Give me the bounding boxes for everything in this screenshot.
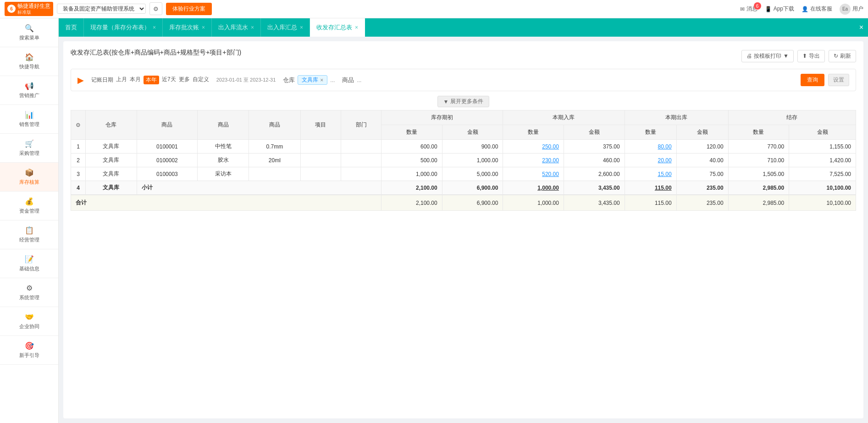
sidebar-item-operations[interactable]: 📋 经营管理 bbox=[0, 220, 58, 249]
sidebar-item-newbie[interactable]: 🎯 新手引导 bbox=[0, 336, 58, 365]
refresh-btn[interactable]: ↻ 刷新 bbox=[829, 50, 856, 62]
sidebar: 🔍 搜索菜单 🏠 快捷导航 📢 营销推广 📊 销售管理 🛒 采购管理 📦 库存核… bbox=[0, 18, 59, 423]
subtotal-warehouse: 文具库 bbox=[86, 181, 137, 195]
sidebar-item-quick-nav[interactable]: 🏠 快捷导航 bbox=[0, 47, 58, 76]
total-out-amt: 235.00 bbox=[676, 195, 728, 211]
export-btn[interactable]: ⬆ 导出 bbox=[797, 50, 825, 62]
subtotal-closing-qty: 2,985.00 bbox=[728, 181, 789, 195]
tab-batch-close[interactable]: × bbox=[202, 24, 205, 31]
tab-in-out-summary[interactable]: 出入库汇总 × bbox=[261, 18, 310, 37]
sidebar-label-corp: 企业协同 bbox=[19, 323, 39, 330]
tab-in-out-summary-close[interactable]: × bbox=[300, 24, 303, 31]
online-service-btn[interactable]: 👤 在线客服 bbox=[802, 5, 832, 13]
service-icon: 👤 bbox=[802, 6, 808, 12]
date-7days[interactable]: 近7天 bbox=[162, 76, 176, 84]
date-last-month[interactable]: 上月 bbox=[116, 76, 127, 84]
date-more[interactable]: 更多 bbox=[179, 76, 190, 84]
filter-collapse-btn[interactable]: ▶ bbox=[77, 75, 84, 85]
date-this-year[interactable]: 本年 bbox=[144, 76, 159, 84]
total-label: 合计 bbox=[71, 195, 381, 211]
sidebar-item-search[interactable]: 🔍 搜索菜单 bbox=[0, 18, 58, 47]
query-btn[interactable]: 查询 bbox=[801, 74, 824, 86]
app-version: 标准版 bbox=[17, 10, 50, 15]
cell-out-qty[interactable]: 20.00 bbox=[625, 154, 676, 167]
sidebar-item-inventory[interactable]: 📦 库存核算 bbox=[0, 163, 58, 192]
goods-label: 商品 bbox=[342, 76, 354, 84]
experience-btn[interactable]: 体验行业方案 bbox=[166, 3, 212, 15]
col-settings-gear[interactable]: ⚙ bbox=[76, 122, 81, 128]
system-title-select[interactable]: 装备及固定资产辅助管理系统 bbox=[57, 4, 146, 14]
cell-out-amt: 75.00 bbox=[676, 167, 728, 181]
subtotal-seq: 4 bbox=[71, 181, 86, 195]
sidebar-item-finance[interactable]: 💰 资金管理 bbox=[0, 192, 58, 220]
print-btn[interactable]: 🖨 按模板打印 ▼ bbox=[741, 50, 794, 62]
sidebar-item-basic[interactable]: 📝 基础信息 bbox=[0, 249, 58, 278]
app-download-btn[interactable]: 📱 App下载 bbox=[765, 5, 794, 13]
sidebar-label-inventory: 库存核算 bbox=[19, 179, 39, 186]
warehouse-tag-close[interactable]: × bbox=[320, 77, 323, 83]
expand-row: ▼ 展开更多条件 bbox=[71, 96, 856, 107]
subtotal-in-qty[interactable]: 1,000.00 bbox=[503, 181, 564, 195]
filter-settings-btn[interactable]: 设置 bbox=[828, 74, 849, 86]
expand-conditions-btn[interactable]: ▼ 展开更多条件 bbox=[437, 96, 490, 107]
cell-goods-spec bbox=[249, 167, 300, 181]
goods-more-btn[interactable]: ... bbox=[357, 77, 361, 83]
col-dept-header: 部门 bbox=[341, 110, 381, 140]
tab-batch[interactable]: 库存批次账 × bbox=[163, 18, 212, 37]
cell-closing-qty: 1,505.00 bbox=[728, 167, 789, 181]
cell-closing-amt: 1,420.00 bbox=[789, 154, 856, 167]
tab-home[interactable]: 首页 bbox=[59, 18, 84, 37]
date-this-month[interactable]: 本月 bbox=[130, 76, 141, 84]
online-service-label: 在线客服 bbox=[810, 5, 832, 13]
header-settings-btn[interactable]: ⚙ bbox=[149, 2, 162, 15]
tab-in-out-flow[interactable]: 出入库流水 × bbox=[212, 18, 261, 37]
date-custom[interactable]: 自定义 bbox=[193, 76, 209, 84]
tab-inventory-dist-close[interactable]: × bbox=[153, 24, 156, 31]
cell-in-amt: 460.00 bbox=[564, 154, 625, 167]
cell-out-qty[interactable]: 80.00 bbox=[625, 140, 676, 154]
sidebar-item-corp[interactable]: 🤝 企业协同 bbox=[0, 307, 58, 336]
col-goods-code-header: 商品 bbox=[137, 110, 198, 140]
cell-out-qty[interactable]: 15.00 bbox=[625, 167, 676, 181]
col-out-amt-header: 金额 bbox=[676, 125, 728, 140]
cell-in-qty[interactable]: 520.00 bbox=[503, 167, 564, 181]
sidebar-label-basic: 基础信息 bbox=[19, 265, 39, 272]
page-toolbar: 🖨 按模板打印 ▼ ⬆ 导出 ↻ 刷新 bbox=[741, 50, 856, 62]
sidebar-label-marketing: 营销推广 bbox=[19, 92, 39, 99]
message-badge: 6 bbox=[754, 2, 761, 10]
cell-dept bbox=[341, 154, 381, 167]
cell-in-qty[interactable]: 250.00 bbox=[503, 140, 564, 154]
subtotal-out-qty[interactable]: 115.00 bbox=[625, 181, 676, 195]
tab-inventory-dist[interactable]: 现存量（库存分布表） × bbox=[84, 18, 163, 37]
sidebar-item-system[interactable]: ⚙ 系统管理 bbox=[0, 278, 58, 307]
col-in-amt-header: 金额 bbox=[564, 125, 625, 140]
sidebar-item-purchase[interactable]: 🛒 采购管理 bbox=[0, 134, 58, 163]
sidebar-label-sales: 销售管理 bbox=[19, 121, 39, 128]
col-out-header: 本期出库 bbox=[625, 110, 728, 125]
tab-in-out-flow-close[interactable]: × bbox=[251, 24, 254, 31]
tab-close-all[interactable]: × bbox=[859, 23, 868, 32]
subtotal-row: 4 文具库 小计 2,100.00 6,900.00 1,000.00 3,43… bbox=[71, 181, 856, 195]
page-title: 收发存汇总表(按仓库+商品编码+商品+规格型号+项目+部门) bbox=[71, 49, 241, 57]
cell-out-amt: 40.00 bbox=[676, 154, 728, 167]
tab-in-out-flow-label: 出入库流水 bbox=[218, 23, 248, 32]
tab-collect-summary[interactable]: 收发存汇总表 × bbox=[310, 18, 365, 37]
purchase-icon: 🛒 bbox=[25, 139, 34, 148]
total-closing-amt: 10,100.00 bbox=[789, 195, 856, 211]
date-quick-links: 上月 本月 本年 近7天 更多 自定义 bbox=[116, 76, 209, 84]
user-label: 用户 bbox=[852, 5, 863, 13]
message-btn[interactable]: ✉ 消息 6 bbox=[740, 5, 757, 13]
sidebar-item-sales[interactable]: 📊 销售管理 bbox=[0, 105, 58, 134]
col-settings-header: ⚙ bbox=[71, 110, 86, 140]
tab-collect-summary-close[interactable]: × bbox=[355, 24, 358, 31]
tab-batch-label: 库存批次账 bbox=[169, 23, 199, 32]
goods-filter: 商品 ... bbox=[342, 76, 361, 84]
refresh-icon: ↻ bbox=[834, 53, 838, 59]
sidebar-item-marketing[interactable]: 📢 营销推广 bbox=[0, 76, 58, 105]
cell-in-amt: 375.00 bbox=[564, 140, 625, 154]
cell-in-qty[interactable]: 230.00 bbox=[503, 154, 564, 167]
user-avatar-area[interactable]: Ea 用户 bbox=[840, 4, 863, 15]
warehouse-more-btn[interactable]: ... bbox=[330, 77, 335, 83]
total-closing-qty: 2,985.00 bbox=[728, 195, 789, 211]
main-content: 首页 现存量（库存分布表） × 库存批次账 × 出入库流水 × 出入库汇总 × … bbox=[59, 18, 868, 423]
